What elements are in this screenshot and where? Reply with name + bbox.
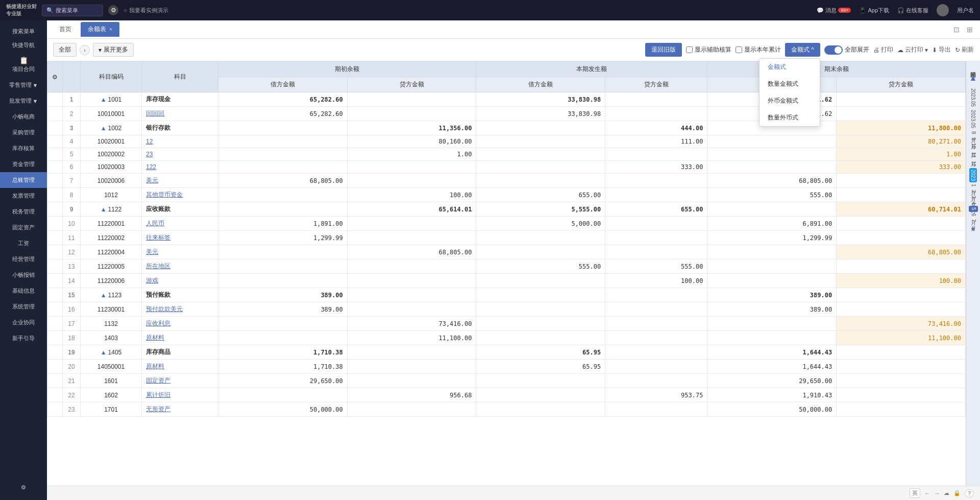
period-item[interactable]: 2023.05: [969, 108, 977, 130]
row-name[interactable]: 应收利息: [142, 317, 218, 331]
period-item[interactable]: 4月: [969, 200, 978, 206]
sidebar-item-purchase[interactable]: 采购管理: [0, 125, 47, 140]
expand-more-btn[interactable]: ▾ 展开更多: [93, 43, 134, 57]
row-amount-per_debit: [476, 121, 605, 135]
row-name[interactable]: 122: [142, 161, 218, 174]
sidebar-item-system[interactable]: 系统管理: [0, 299, 47, 315]
period-item[interactable]: 5月: [969, 206, 978, 212]
period-collapse-down[interactable]: ▼: [970, 226, 976, 233]
refresh-btn[interactable]: ↻ 刷新: [955, 45, 974, 54]
period-title[interactable]: 期间选择: [969, 63, 977, 72]
tab-close-btn[interactable]: ×: [109, 27, 112, 32]
table-row: 710020006美元68,805.0068,805.00: [47, 174, 966, 188]
sidebar-item-capital[interactable]: 资金管理: [0, 156, 47, 172]
dropdown-item-qty-amount[interactable]: 数量金额式: [760, 76, 820, 92]
sidebar-item-project[interactable]: 📋 项目合同: [0, 52, 47, 77]
row-name[interactable]: 原材料: [142, 331, 218, 345]
lang-btn[interactable]: 英: [910, 488, 920, 498]
arrow-right-icon[interactable]: →: [934, 490, 940, 496]
period-item[interactable]: 9月: [969, 136, 978, 142]
period-item[interactable]: 1月: [969, 182, 978, 188]
row-code: 1012: [81, 188, 142, 202]
sidebar-item-payroll[interactable]: 工资: [0, 235, 47, 251]
th-period-credit: 贷方金额: [605, 77, 707, 92]
arrow-left-icon[interactable]: ←: [924, 490, 930, 496]
app-download-btn[interactable]: 📱 App下载: [859, 7, 889, 14]
row-name[interactable]: 人民币: [142, 217, 218, 231]
sidebar-item-wholesale[interactable]: 批发管理 ▼: [0, 93, 47, 109]
period-item[interactable]: 6月: [969, 212, 978, 218]
sidebar-item-ledger[interactable]: 总账管理: [0, 172, 47, 188]
row-name[interactable]: 美元: [142, 245, 218, 259]
row-name[interactable]: 其他货币资金: [142, 188, 218, 202]
row-name[interactable]: 预付款款美元: [142, 302, 218, 317]
cloud-sync-icon[interactable]: ☁: [944, 490, 949, 496]
dropdown-item-amount[interactable]: 金额式: [760, 59, 820, 76]
tab-balance[interactable]: 余额表 ×: [81, 22, 119, 37]
toggle-switch[interactable]: [824, 45, 843, 55]
th-settings[interactable]: ⚙: [47, 62, 63, 92]
help-icon[interactable]: ?: [965, 489, 974, 497]
period-item[interactable]: 2023: [969, 168, 977, 182]
sidebar-settings-btn[interactable]: ⚙: [0, 480, 47, 495]
period-item[interactable]: 11月: [969, 151, 978, 159]
settings-icon[interactable]: ⚙: [108, 5, 118, 15]
row-name[interactable]: 美元: [142, 174, 218, 188]
export-btn[interactable]: ⬇ 导出: [932, 45, 951, 54]
user-avatar[interactable]: [937, 4, 949, 16]
period-item[interactable]: 12月: [969, 159, 978, 168]
period-item[interactable]: 3月: [969, 194, 978, 200]
row-name[interactable]: 原材料: [142, 360, 218, 374]
print-btn[interactable]: 🖨 打印: [873, 45, 893, 54]
tab-restore-btn[interactable]: ⊡: [951, 25, 962, 35]
message-btn[interactable]: 💬 消息 99+: [817, 7, 851, 14]
nav-arrow-right[interactable]: ›: [80, 45, 90, 55]
return-old-btn[interactable]: 退回旧版: [645, 43, 682, 57]
sidebar-item-ecommerce[interactable]: 小畅电商: [0, 109, 47, 125]
lock-icon[interactable]: 🔒: [953, 490, 961, 496]
sidebar-item-invoice[interactable]: 发票管理: [0, 188, 47, 204]
all-filter-btn[interactable]: 全部: [53, 43, 77, 57]
show-auxiliary-checkbox[interactable]: 显示辅助核算: [686, 45, 731, 54]
sidebar-item-operations[interactable]: 经营管理: [0, 251, 47, 267]
row-name[interactable]: 游戏: [142, 274, 218, 288]
row-amount-open_credit: [347, 345, 476, 360]
period-item[interactable]: 2023.05: [969, 87, 977, 108]
tab-maximize-btn[interactable]: ⊞: [965, 25, 975, 35]
row-name[interactable]: 所在地区: [142, 259, 218, 274]
period-item[interactable]: 7月: [969, 218, 978, 224]
tab-home[interactable]: 首页: [52, 22, 79, 37]
cloud-print-btn[interactable]: ☁ 云打印 ▾: [897, 45, 928, 54]
show-ytd-checkbox[interactable]: 显示本年累计: [736, 45, 781, 54]
row-name[interactable]: 12: [142, 135, 218, 148]
bottom-bar: 英 ← → ☁ 🔒 ?: [47, 486, 980, 500]
period-item[interactable]: 8月: [969, 130, 978, 136]
sidebar-item-guide[interactable]: 新手引导: [0, 330, 47, 346]
row-name[interactable]: 往来标签: [142, 231, 218, 245]
dropdown-item-qty-foreign[interactable]: 数量外币式: [760, 109, 820, 126]
row-amount-per_credit: 333.00: [605, 161, 707, 174]
row-name[interactable]: 累计折旧: [142, 388, 218, 402]
row-name[interactable]: 23: [142, 148, 218, 161]
sidebar-item-retail[interactable]: 零售管理 ▼: [0, 77, 47, 93]
sidebar-item-report[interactable]: 小畅报销: [0, 267, 47, 283]
sidebar-item-inventory[interactable]: 库存核算: [0, 140, 47, 156]
sidebar-search[interactable]: 搜索菜单: [0, 25, 47, 38]
period-item[interactable]: 2月: [969, 188, 978, 195]
row-name[interactable]: 回回回: [142, 107, 218, 121]
sidebar-item-assets[interactable]: 固定资产: [0, 220, 47, 235]
period-expand-up[interactable]: ▲: [969, 74, 977, 83]
expand-all-toggle[interactable]: 全部展开: [824, 45, 869, 55]
period-item[interactable]: 10月: [969, 141, 978, 150]
style-btn[interactable]: 金额式 ^: [785, 43, 820, 57]
demo-link[interactable]: ○ 我要看实例演示: [124, 7, 168, 14]
online-service-btn[interactable]: 🎧 在线客服: [897, 7, 928, 14]
row-name[interactable]: 固定资产: [142, 374, 218, 388]
sidebar-item-basic[interactable]: 基础信息: [0, 283, 47, 299]
dropdown-item-foreign-amount[interactable]: 外币金额式: [760, 92, 820, 109]
sidebar-item-tax[interactable]: 税务管理: [0, 204, 47, 220]
row-amount-close_credit: 60,714.01: [837, 202, 966, 217]
sidebar-quick-nav[interactable]: 快捷导航: [0, 38, 47, 52]
sidebar-item-cooperation[interactable]: 企业协同: [0, 315, 47, 330]
row-name[interactable]: 无形资产: [142, 402, 218, 417]
